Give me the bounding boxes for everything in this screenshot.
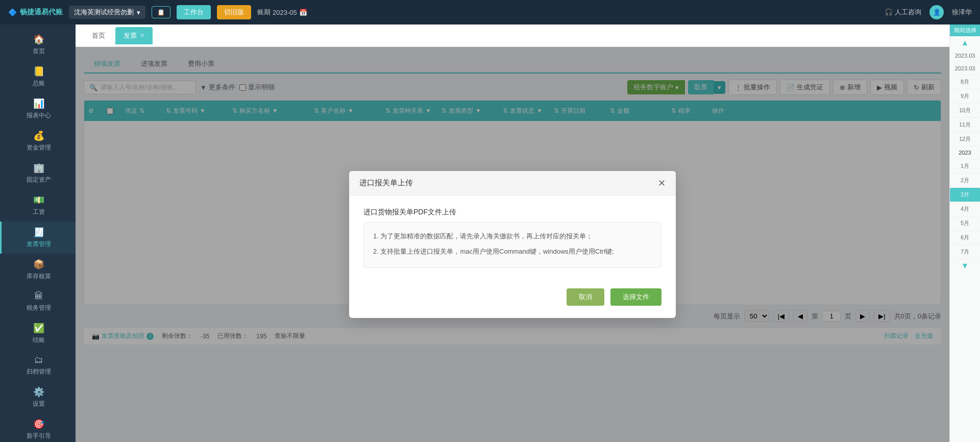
assets-icon: 🏢 (33, 162, 44, 174)
sidebar-item-tax[interactable]: 🏛 税务管理 (0, 286, 76, 317)
sidebar-item-closing[interactable]: ✅ 结账 (0, 317, 76, 350)
period-item-0[interactable]: 2023.03 (950, 50, 980, 62)
period-item-1[interactable]: 2023.03 (950, 62, 980, 75)
user-name: 徐泽华 (952, 8, 972, 17)
sidebar-item-settings[interactable]: ⚙️ 设置 (0, 381, 76, 413)
switch-version-button[interactable]: 切旧版 (217, 5, 251, 19)
period-item-3[interactable]: 9月 (950, 89, 980, 104)
cancel-button[interactable]: 取消 (567, 288, 604, 306)
settings-icon: ⚙️ (33, 386, 44, 398)
sidebar-item-ledger[interactable]: 📒 总账 (0, 61, 76, 93)
copy-company-button[interactable]: 📋 (152, 6, 170, 18)
period-item-2[interactable]: 8月 (950, 75, 980, 89)
period-item-4[interactable]: 10月 (950, 104, 980, 118)
top-bar-right: 🎧 人工咨询 👤 徐泽华 (885, 5, 972, 19)
modal-info-box: 1. 为了更加精准的数据匹配，请先录入海关缴款书，再上传对应的报关单； 2. 支… (363, 222, 662, 268)
home-icon: 🏠 (33, 34, 44, 45)
period-prev-nav[interactable]: ▲ (950, 36, 980, 50)
select-file-button[interactable]: 选择文件 (610, 288, 662, 306)
sidebar-item-invoice[interactable]: 🧾 发票管理 (0, 222, 76, 254)
modal-overlay: 进口报关单上传 ✕ 进口货物报关单PDF文件上传 1. 为了更加精准的数据匹配，… (76, 47, 949, 442)
period-item-9[interactable]: 2月 (950, 174, 980, 188)
chevron-down-icon: ▾ (137, 9, 140, 16)
sidebar-item-inventory[interactable]: 📦 库存核算 (0, 254, 76, 286)
reports-icon: 📊 (33, 98, 44, 109)
headset-icon: 🎧 (885, 8, 893, 16)
logo-icon: 🔷 (8, 8, 17, 16)
closing-icon: ✅ (33, 323, 44, 334)
modal-section-title: 进口货物报关单PDF文件上传 (363, 208, 662, 217)
period-display: 账期 2023-05 📅 (257, 8, 307, 17)
period-item-11[interactable]: 4月 (950, 202, 980, 216)
sidebar-item-assets[interactable]: 🏢 固定资产 (0, 157, 76, 189)
support-btn[interactable]: 🎧 人工咨询 (885, 8, 921, 17)
app-logo: 🔷 畅捷通易代账 (8, 8, 63, 17)
tab-bar: 首页 发票 ✕ (76, 24, 949, 47)
import-customs-modal: 进口报关单上传 ✕ 进口货物报关单PDF文件上传 1. 为了更加精准的数据匹配，… (349, 171, 676, 318)
company-selector[interactable]: 沈海英测试经营勿删 ▾ (69, 6, 145, 19)
period-item-14[interactable]: 7月 (950, 245, 980, 259)
close-tab-icon[interactable]: ✕ (140, 32, 144, 39)
funds-icon: 💰 (33, 130, 44, 141)
period-item-12[interactable]: 5月 (950, 216, 980, 231)
tab-home[interactable]: 首页 (84, 27, 113, 44)
sidebar-item-salary[interactable]: 💵 工资 (0, 189, 76, 222)
sidebar-item-funds[interactable]: 💰 资金管理 (0, 125, 76, 157)
sidebar: 🏠 首页 📒 总账 📊 报表中心 💰 资金管理 🏢 固定资产 💵 工资 🧾 发票… (0, 24, 76, 442)
ledger-icon: 📒 (33, 66, 44, 77)
modal-title: 进口报关单上传 (359, 178, 413, 188)
period-item-13[interactable]: 6月 (950, 231, 980, 245)
tab-invoice[interactable]: 发票 ✕ (115, 27, 153, 44)
period-item-10[interactable]: 3月 (950, 188, 980, 202)
period-item-year[interactable]: 2023 (950, 146, 980, 159)
modal-header: 进口报关单上传 ✕ (349, 171, 676, 195)
period-panel-header: 期间选择 (950, 24, 980, 36)
period-item-5[interactable]: 11月 (950, 118, 980, 132)
top-bar: 🔷 畅捷通易代账 沈海英测试经营勿删 ▾ 📋 工作台 切旧版 账期 2023-0… (0, 0, 980, 24)
sidebar-item-archive[interactable]: 🗂 归档管理 (0, 350, 76, 381)
period-panel: 期间选择 ▲ 2023.03 2023.03 8月 9月 10月 11月 12月… (949, 24, 980, 442)
company-name: 沈海英测试经营勿删 (74, 8, 134, 17)
period-item-6[interactable]: 12月 (950, 132, 980, 146)
modal-tip-1: 1. 为了更加精准的数据匹配，请先录入海关缴款书，再上传对应的报关单； (373, 230, 652, 243)
sidebar-item-reports[interactable]: 📊 报表中心 (0, 93, 76, 125)
modal-close-button[interactable]: ✕ (658, 179, 666, 188)
period-item-8[interactable]: 1月 (950, 159, 980, 174)
archive-icon: 🗂 (34, 355, 43, 365)
user-avatar[interactable]: 👤 (929, 5, 944, 19)
inventory-icon: 📦 (33, 259, 44, 270)
modal-footer: 取消 选择文件 (349, 280, 676, 318)
tax-icon: 🏛 (34, 291, 43, 302)
main-content: 首页 发票 ✕ 销项发票 进项发票 费用小票 (76, 24, 949, 442)
invoice-icon: 🧾 (33, 227, 44, 238)
calendar-icon[interactable]: 📅 (299, 9, 307, 16)
guide-icon: 🎯 (33, 419, 44, 430)
page-content: 销项发票 进项发票 费用小票 🔍 请输入入号/名称/全称/税账... (76, 47, 949, 442)
modal-tip-2: 2. 支持批量上传进口报关单，mac用户使用Command键，windows用户… (373, 245, 652, 258)
sidebar-item-guide[interactable]: 🎯 新手引导 (0, 413, 76, 442)
period-next-nav[interactable]: ▼ (950, 259, 980, 273)
sidebar-item-home[interactable]: 🏠 首页 (0, 29, 76, 61)
modal-body: 进口货物报关单PDF文件上传 1. 为了更加精准的数据匹配，请先录入海关缴款书，… (349, 195, 676, 280)
salary-icon: 💵 (33, 194, 44, 206)
workspace-button[interactable]: 工作台 (177, 5, 211, 19)
